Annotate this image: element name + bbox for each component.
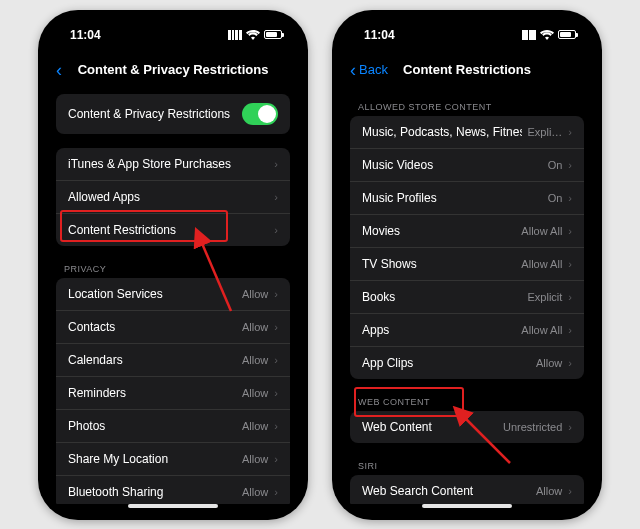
- reminders-row[interactable]: Reminders Allow›: [56, 377, 290, 410]
- chevron-right-icon: ›: [568, 192, 572, 204]
- app-clips-row[interactable]: App Clips Allow›: [350, 347, 584, 379]
- cell-label: Bluetooth Sharing: [68, 485, 163, 499]
- battery-icon: [558, 30, 576, 39]
- cell-label: Music, Podcasts, News, Fitness: [362, 125, 522, 139]
- cell-label: Contacts: [68, 320, 115, 334]
- cell-label: Content Restrictions: [68, 223, 176, 237]
- cell-label: Books: [362, 290, 395, 304]
- contacts-row[interactable]: Contacts Allow›: [56, 311, 290, 344]
- photos-row[interactable]: Photos Allow›: [56, 410, 290, 443]
- notch: [123, 10, 223, 32]
- cell-value: Allow All: [521, 258, 562, 270]
- back-label: Back: [359, 62, 388, 77]
- cell-value: Allow: [536, 357, 562, 369]
- cell-label: Content & Privacy Restrictions: [68, 107, 230, 121]
- cell-label: Web Search Content: [362, 484, 473, 498]
- music-videos-row[interactable]: Music Videos On›: [350, 149, 584, 182]
- siri-group: Web Search Content Allow› Explicit Langu…: [350, 475, 584, 504]
- itunes-purchases-row[interactable]: iTunes & App Store Purchases ›: [56, 148, 290, 181]
- status-icons: [228, 30, 282, 40]
- chevron-right-icon: ›: [274, 321, 278, 333]
- cell-value: Explicit: [527, 291, 562, 303]
- chevron-right-icon: ›: [274, 224, 278, 236]
- content[interactable]: ALLOWED STORE CONTENT Music, Podcasts, N…: [340, 88, 594, 504]
- books-row[interactable]: Books Explicit›: [350, 281, 584, 314]
- chevron-right-icon: ›: [274, 354, 278, 366]
- chevron-left-icon: ‹: [350, 61, 356, 79]
- cell-value: Allow: [242, 387, 268, 399]
- privacy-header: PRIVACY: [46, 256, 300, 278]
- screen-right: 11:04 ‹ Back Content Restrictions ALLOWE…: [340, 18, 594, 512]
- content-restrictions-row[interactable]: Content Restrictions ›: [56, 214, 290, 246]
- status-icons: [522, 30, 576, 40]
- cell-label: Share My Location: [68, 452, 168, 466]
- bluetooth-sharing-row[interactable]: Bluetooth Sharing Allow›: [56, 476, 290, 504]
- phone-right: 11:04 ‹ Back Content Restrictions ALLOWE…: [332, 10, 602, 520]
- signal-icon: [522, 30, 536, 40]
- store-group: Music, Podcasts, News, Fitness Expli…› M…: [350, 116, 584, 379]
- content[interactable]: Content & Privacy Restrictions iTunes & …: [46, 88, 300, 504]
- privacy-group: Location Services Allow› Contacts Allow›…: [56, 278, 290, 504]
- cell-label: Web Content: [362, 420, 432, 434]
- home-indicator[interactable]: [128, 504, 218, 508]
- cell-value: Allow: [242, 288, 268, 300]
- cell-label: Movies: [362, 224, 400, 238]
- chevron-right-icon: ›: [274, 158, 278, 170]
- web-content-row[interactable]: Web Content Unrestricted›: [350, 411, 584, 443]
- nav-bar: ‹ Back Content Restrictions: [340, 52, 594, 88]
- toggle-group: Content & Privacy Restrictions: [56, 94, 290, 134]
- chevron-right-icon: ›: [274, 486, 278, 498]
- main-group: iTunes & App Store Purchases › Allowed A…: [56, 148, 290, 246]
- cell-label: Photos: [68, 419, 105, 433]
- cell-label: iTunes & App Store Purchases: [68, 157, 231, 171]
- cell-value: On: [548, 192, 563, 204]
- music-podcasts-row[interactable]: Music, Podcasts, News, Fitness Expli…›: [350, 116, 584, 149]
- notch: [417, 10, 517, 32]
- chevron-right-icon: ›: [568, 421, 572, 433]
- share-location-row[interactable]: Share My Location Allow›: [56, 443, 290, 476]
- calendars-row[interactable]: Calendars Allow›: [56, 344, 290, 377]
- tv-shows-row[interactable]: TV Shows Allow All›: [350, 248, 584, 281]
- movies-row[interactable]: Movies Allow All›: [350, 215, 584, 248]
- cell-value: Allow: [242, 486, 268, 498]
- home-indicator[interactable]: [422, 504, 512, 508]
- back-button[interactable]: ‹: [56, 61, 62, 79]
- chevron-right-icon: ›: [568, 291, 572, 303]
- cell-value: Allow: [242, 354, 268, 366]
- apps-row[interactable]: Apps Allow All›: [350, 314, 584, 347]
- battery-icon: [264, 30, 282, 39]
- cell-label: TV Shows: [362, 257, 417, 271]
- chevron-right-icon: ›: [568, 485, 572, 497]
- music-profiles-row[interactable]: Music Profiles On›: [350, 182, 584, 215]
- cell-label: Location Services: [68, 287, 163, 301]
- store-header: ALLOWED STORE CONTENT: [340, 94, 594, 116]
- cell-value: Unrestricted: [503, 421, 562, 433]
- chevron-right-icon: ›: [568, 324, 572, 336]
- chevron-right-icon: ›: [568, 159, 572, 171]
- screen-left: 11:04 ‹ Content & Privacy Restrictions C…: [46, 18, 300, 512]
- back-button[interactable]: ‹ Back: [350, 61, 388, 79]
- chevron-right-icon: ›: [274, 387, 278, 399]
- cell-label: Music Profiles: [362, 191, 437, 205]
- web-header: WEB CONTENT: [340, 389, 594, 411]
- cell-value: Allow: [242, 453, 268, 465]
- cell-value: Allow All: [521, 225, 562, 237]
- location-services-row[interactable]: Location Services Allow›: [56, 278, 290, 311]
- allowed-apps-row[interactable]: Allowed Apps ›: [56, 181, 290, 214]
- chevron-left-icon: ‹: [56, 61, 62, 79]
- status-time: 11:04: [70, 28, 101, 42]
- chevron-right-icon: ›: [274, 191, 278, 203]
- signal-icon: [228, 30, 242, 40]
- content-privacy-toggle-row[interactable]: Content & Privacy Restrictions: [56, 94, 290, 134]
- chevron-right-icon: ›: [568, 225, 572, 237]
- chevron-right-icon: ›: [568, 258, 572, 270]
- cell-value: Allow All: [521, 324, 562, 336]
- cell-value: Expli…: [527, 126, 562, 138]
- page-title: Content & Privacy Restrictions: [56, 62, 290, 77]
- toggle-switch[interactable]: [242, 103, 278, 125]
- web-search-content-row[interactable]: Web Search Content Allow›: [350, 475, 584, 504]
- chevron-right-icon: ›: [568, 126, 572, 138]
- phone-left: 11:04 ‹ Content & Privacy Restrictions C…: [38, 10, 308, 520]
- wifi-icon: [540, 30, 554, 40]
- cell-value: Allow: [242, 420, 268, 432]
